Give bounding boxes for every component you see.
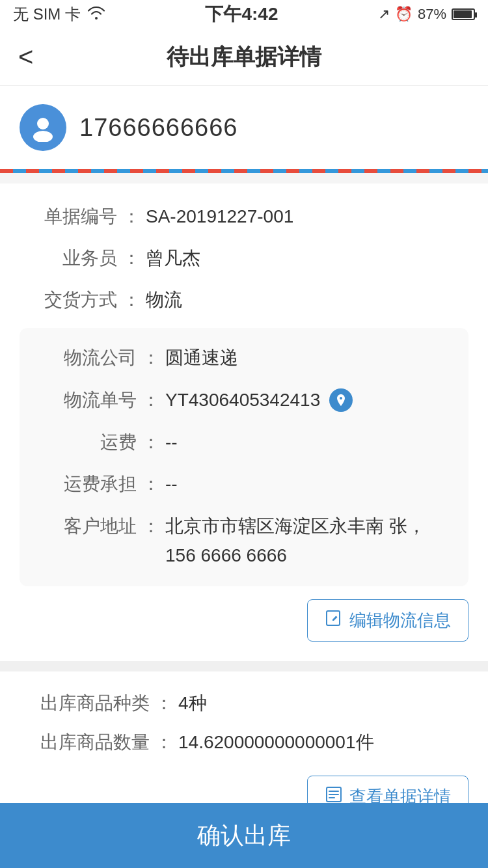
freight-bear-value: --: [165, 470, 449, 499]
alarm-icon: ⏰: [395, 6, 413, 23]
product-quantity-value: 14.620000000000001件: [178, 730, 468, 755]
freight-row: 运费 ： --: [39, 428, 449, 457]
delivery-value: 物流: [146, 286, 468, 314]
freight-label: 运费: [39, 428, 137, 457]
svg-point-0: [37, 118, 49, 129]
order-info-section: 单据编号 ： SA-20191227-001 业务员 ： 曾凡杰 交货方式 ： …: [0, 183, 488, 661]
product-types-row: 出库商品种类 ： 4种: [20, 691, 468, 716]
logistics-card: 物流公司 ： 圆通速递 物流单号 ： YT4306405342413 运费: [20, 328, 468, 586]
order-number-row: 单据编号 ： SA-20191227-001: [20, 203, 468, 230]
status-left: 无 SIM 卡: [13, 4, 105, 25]
user-header: 17666666666: [0, 86, 488, 169]
section-divider: [0, 661, 488, 671]
location-status-icon: ↗: [378, 6, 390, 23]
product-quantity-row: 出库商品数量 ： 14.620000000000001件: [20, 730, 468, 755]
confirm-button[interactable]: 确认出库: [0, 803, 488, 868]
dashed-divider: [0, 169, 488, 173]
nav-bar: < 待出库单据详情: [0, 29, 488, 86]
svg-rect-2: [327, 611, 340, 625]
avatar: [20, 104, 66, 151]
salesman-label: 业务员: [20, 245, 117, 272]
address-value: 北京市市辖区海淀区永丰南 张，156 6666 6666: [165, 512, 449, 571]
edit-logistics-container: 编辑物流信息: [20, 586, 468, 648]
product-types-label: 出库商品种类: [20, 691, 150, 716]
bottom-area: 确认出库: [0, 803, 488, 868]
battery-text: 87%: [418, 6, 446, 23]
page-title: 待出库单据详情: [167, 42, 321, 72]
order-number-label: 单据编号: [20, 203, 117, 230]
tracking-value: YT4306405342413: [165, 386, 449, 415]
delivery-row: 交货方式 ： 物流: [20, 286, 468, 314]
status-time: 下午4:42: [205, 2, 278, 27]
product-quantity-label: 出库商品数量: [20, 730, 150, 755]
tracking-row: 物流单号 ： YT4306405342413: [39, 386, 449, 415]
salesman-value: 曾凡杰: [146, 245, 468, 272]
address-row: 客户地址 ： 北京市市辖区海淀区永丰南 张，156 6666 6666: [39, 512, 449, 571]
edit-icon: [325, 609, 343, 631]
product-types-value: 4种: [178, 691, 468, 716]
address-label: 客户地址: [39, 512, 137, 541]
battery-icon: [452, 8, 475, 20]
freight-value: --: [165, 428, 449, 457]
freight-bear-row: 运费承担 ： --: [39, 470, 449, 499]
logistics-company-label: 物流公司: [39, 344, 137, 373]
salesman-row: 业务员 ： 曾凡杰: [20, 245, 468, 272]
status-right: ↗ ⏰ 87%: [378, 6, 475, 23]
delivery-label: 交货方式: [20, 286, 117, 314]
location-pin-button[interactable]: [329, 388, 353, 412]
freight-bear-label: 运费承担: [39, 470, 137, 499]
user-phone: 17666666666: [79, 114, 237, 142]
status-bar: 无 SIM 卡 下午4:42 ↗ ⏰ 87%: [0, 0, 488, 29]
edit-logistics-button[interactable]: 编辑物流信息: [307, 599, 468, 642]
order-number-value: SA-20191227-001: [146, 203, 468, 230]
tracking-label: 物流单号: [39, 386, 137, 415]
sim-text: 无 SIM 卡: [13, 4, 81, 25]
back-button[interactable]: <: [18, 42, 33, 72]
svg-point-1: [33, 131, 53, 142]
logistics-company-row: 物流公司 ： 圆通速递: [39, 344, 449, 373]
wifi-icon: [87, 5, 105, 23]
page: 无 SIM 卡 下午4:42 ↗ ⏰ 87% < 待出库单据详情: [0, 0, 488, 868]
logistics-company-value: 圆通速递: [165, 344, 449, 373]
edit-logistics-label: 编辑物流信息: [349, 609, 451, 632]
